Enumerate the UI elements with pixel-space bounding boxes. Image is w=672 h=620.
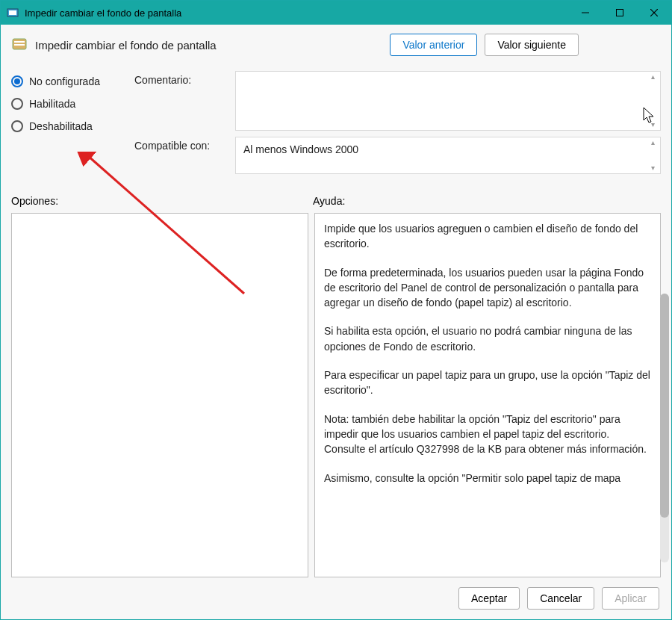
scrollbar-thumb[interactable] (660, 294, 669, 518)
radio-disabled[interactable]: Deshabilitada (11, 120, 134, 132)
client-area: Impedir cambiar el fondo de pantalla Val… (1, 25, 671, 577)
compatible-spin-buttons[interactable]: ▴▾ (647, 139, 659, 172)
help-paragraph: Si habilita esta opción, el usuario no p… (324, 323, 651, 354)
dialog-footer: Aceptar Cancelar Aplicar (1, 577, 671, 619)
svg-rect-8 (14, 44, 25, 46)
titlebar-title: Impedir cambiar el fondo de pantalla (25, 7, 568, 19)
help-paragraph: Para especificar un papel tapiz para un … (324, 368, 651, 398)
ok-button[interactable]: Aceptar (458, 587, 520, 610)
comment-label: Comentario: (134, 71, 235, 131)
close-button[interactable] (637, 1, 671, 25)
maximize-button[interactable] (603, 1, 637, 25)
radio-label: No configurada (29, 75, 100, 87)
compatible-field: Al menos Windows 2000 ▴▾ (235, 137, 661, 174)
next-value-button[interactable]: Valor siguiente (485, 34, 579, 56)
previous-value-button[interactable]: Valor anterior (390, 34, 477, 56)
svg-rect-1 (9, 10, 16, 15)
cancel-button[interactable]: Cancelar (527, 587, 594, 610)
radio-indicator-icon (11, 120, 23, 132)
svg-rect-3 (617, 10, 623, 16)
titlebar[interactable]: Impedir cambiar el fondo de pantalla (1, 1, 671, 25)
help-panel: Impide que los usuarios agreguen o cambi… (314, 213, 661, 577)
policy-title: Impedir cambiar el fondo de pantalla (35, 39, 217, 52)
compatible-text: Al menos Windows 2000 (243, 143, 358, 155)
radio-indicator-icon (11, 98, 23, 110)
help-paragraph: De forma predeterminada, los usuarios pu… (324, 265, 651, 311)
options-label: Opciones: (11, 195, 313, 207)
radio-label: Deshabilitada (29, 120, 93, 132)
minimize-button[interactable] (568, 1, 603, 25)
policy-icon (11, 37, 28, 53)
radio-not-configured[interactable]: No configurada (11, 75, 134, 87)
help-paragraph: Asimismo, consulte la opción "Permitir s… (324, 471, 651, 486)
options-panel (11, 213, 308, 577)
radio-label: Habilitada (29, 98, 75, 110)
svg-rect-7 (14, 41, 25, 43)
comment-spin-buttons[interactable]: ▴▾ (647, 73, 659, 128)
help-paragraph: Impide que los usuarios agreguen o cambi… (324, 221, 651, 252)
compatible-label: Compatible con: (134, 137, 235, 174)
help-label: Ayuda: (313, 195, 345, 207)
apply-button[interactable]: Aplicar (602, 587, 659, 610)
policy-editor-window: Impedir cambiar el fondo de pantalla Imp… (0, 0, 672, 620)
comment-textarea[interactable]: ▴▾ (235, 71, 661, 131)
radio-enabled[interactable]: Habilitada (11, 98, 134, 110)
help-paragraph: Nota: también debe habilitar la opción "… (324, 412, 651, 457)
app-icon (7, 7, 19, 19)
radio-indicator-icon (11, 75, 23, 87)
scrollbar-track[interactable] (660, 294, 669, 562)
